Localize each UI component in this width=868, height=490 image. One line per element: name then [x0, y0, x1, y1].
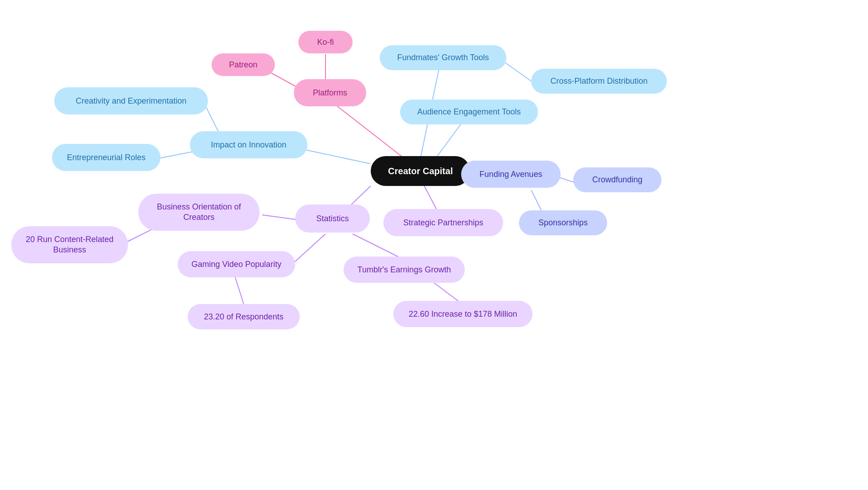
creativity-node: Creativity and Experimentation — [54, 87, 208, 114]
svg-line-3 — [303, 149, 371, 164]
entrepreneurial-node: Entrepreneurial Roles — [52, 144, 160, 171]
cross-platform-node: Cross-Platform Distribution — [531, 69, 667, 94]
center-node: Creator Capital — [371, 156, 470, 186]
svg-line-17 — [235, 277, 244, 305]
patreon-node: Patreon — [212, 53, 275, 76]
statistics-node: Statistics — [295, 205, 370, 233]
run-content-node: 20 Run Content-Related Business — [11, 226, 128, 263]
ko-fi-node: Ko-fi — [298, 31, 353, 53]
funding-avenues-node: Funding Avenues — [461, 161, 561, 188]
gaming-video-node: Gaming Video Popularity — [178, 251, 295, 277]
business-orientation-node: Business Orientation of Creators — [138, 194, 259, 231]
svg-line-19 — [434, 283, 461, 303]
crowdfunding-node: Crowdfunding — [573, 167, 661, 192]
strategic-node: Strategic Partnerships — [383, 209, 503, 236]
svg-line-16 — [292, 234, 326, 265]
increase-178-node: 22.60 Increase to $178 Million — [393, 301, 533, 327]
platforms-node: Platforms — [294, 79, 366, 106]
fundmates-node: Fundmates' Growth Tools — [380, 45, 506, 70]
svg-line-11 — [531, 190, 542, 213]
audience-node: Audience Engagement Tools — [400, 100, 538, 124]
svg-line-18 — [353, 234, 402, 259]
svg-line-8 — [502, 60, 533, 83]
sponsorships-node: Sponsorships — [519, 210, 607, 235]
tumblr-earnings-node: Tumblr's Earnings Growth — [344, 257, 465, 283]
respondents-node: 23.20 of Respondents — [188, 304, 300, 329]
impact-innovation-node: Impact on Innovation — [190, 131, 307, 158]
